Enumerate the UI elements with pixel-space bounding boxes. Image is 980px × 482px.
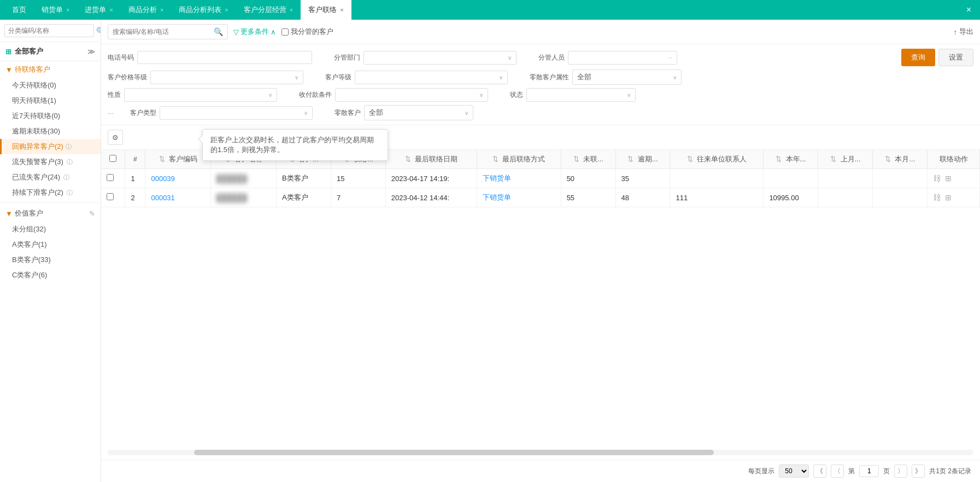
contact-method-link[interactable]: 下销货单 [483, 193, 511, 201]
dept-select[interactable]: ∨ [363, 51, 517, 65]
phone-input[interactable] [137, 51, 312, 64]
page-number-input[interactable] [859, 465, 879, 477]
row-last-contact-method[interactable]: 下销货单 [477, 188, 561, 207]
th-last-contact-method[interactable]: ⇅ 最后联络方式 [477, 150, 561, 169]
close-icon[interactable]: × [109, 7, 113, 13]
filter-phone: 电话号码 [108, 51, 312, 64]
chevron-down-icon: ∨ [479, 92, 483, 98]
nav-product-analysis[interactable]: 商品分析 × [121, 0, 171, 20]
export-button[interactable]: ↑ 导出 [954, 27, 974, 37]
gender-select[interactable]: ∨ [124, 88, 277, 102]
retail-select[interactable]: 全部 ∨ [364, 105, 473, 120]
th-last-month[interactable]: ⇅ 上月... [818, 150, 873, 169]
more-conditions-button[interactable]: ▽ 更多条件 ∧ [233, 27, 276, 37]
row-uncontact: 50 [561, 169, 615, 188]
sidebar-item-lost[interactable]: 已流失客户(24) ⓘ [0, 170, 101, 185]
sidebar-item-declining[interactable]: 持续下滑客户(2) ⓘ [0, 185, 101, 200]
customer-level-select[interactable]: ∨ [355, 71, 508, 84]
close-icon[interactable]: × [66, 7, 69, 13]
close-icon[interactable]: × [290, 7, 293, 13]
row-name[interactable]: ██████ [211, 169, 277, 188]
th-actions: 联络动作 [928, 150, 980, 169]
sidebar-item-class-a[interactable]: A类客户(1) [0, 237, 101, 252]
nav-customer-contact[interactable]: 客户联络 × [301, 0, 351, 20]
settings-button[interactable]: 设置 [938, 49, 973, 66]
nav-product-analysis-list[interactable]: 商品分析列表 × [171, 0, 236, 20]
edit-icon[interactable]: ✎ [89, 210, 95, 218]
search-icon[interactable]: 🔍 [214, 27, 223, 36]
prev-page-button[interactable]: 〈 [831, 464, 844, 478]
sidebar-value-section[interactable]: ▼ 价值客户 ✎ [0, 205, 101, 222]
table-settings-button[interactable]: ⚙ [108, 130, 123, 145]
row-code[interactable]: 000031 [145, 188, 211, 207]
search-input-container[interactable]: 🔍 [108, 24, 228, 39]
row-checkbox[interactable] [101, 188, 125, 207]
sidebar-search-icon[interactable]: 🔍 [96, 27, 101, 35]
sidebar-item-class-c[interactable]: C类客户(6) [0, 268, 101, 283]
retail-label: 零散客户 [335, 108, 361, 118]
select-all-checkbox[interactable] [109, 155, 116, 162]
close-icon[interactable]: × [225, 7, 228, 13]
row-select-checkbox[interactable] [107, 193, 114, 200]
page-size-select[interactable]: 50 100 200 [779, 464, 809, 478]
sort-icon: ⇅ [776, 155, 782, 163]
close-icon[interactable]: × [340, 7, 343, 13]
nav-home[interactable]: 首页 [4, 0, 34, 20]
sidebar-item-today[interactable]: 今天待联络(0) [0, 78, 101, 93]
query-button[interactable]: 查询 [901, 49, 935, 66]
th-overdue[interactable]: ⇅ 逾期... [615, 150, 670, 169]
my-customer-checkbox-container[interactable]: 我分管的客户 [281, 27, 333, 37]
customer-code-link[interactable]: 000039 [151, 175, 174, 183]
nav-purchase-order[interactable]: 进货单 × [77, 0, 120, 20]
sidebar-all-customers-header[interactable]: ⊞ 全部客户 ≫ [0, 42, 101, 61]
link-action-icon[interactable]: ⛓ [933, 174, 941, 183]
grid-action-icon[interactable]: ⊞ [945, 193, 952, 202]
nav-sales-order[interactable]: 销货单 × [34, 0, 77, 20]
sidebar-item-loss-warning[interactable]: 流失预警客户(3) ⓘ [0, 154, 101, 170]
sidebar-search-input[interactable] [4, 24, 94, 37]
customer-type-select[interactable]: ∨ [160, 106, 313, 120]
filter-row-4: ··· 客户类型 ∨ 零散客户 全部 ∨ [108, 105, 973, 120]
person-select[interactable]: ··· [568, 51, 677, 65]
last-page-button[interactable]: 》 [912, 464, 925, 478]
sidebar-item-repurchase-abnormal[interactable]: 回购异常客户(2) ⓘ [0, 139, 101, 154]
price-level-select[interactable]: ∨ [150, 71, 303, 84]
close-icon[interactable]: × [160, 7, 163, 13]
th-year-amount[interactable]: ⇅ 本年... [764, 150, 818, 169]
th-last-contact-date[interactable]: ⇅ 最后联络日期 [385, 150, 477, 169]
nav-customer-layered[interactable]: 客户分层经营 × [236, 0, 301, 20]
row-name[interactable]: ██████ [211, 188, 277, 207]
sidebar-item-tomorrow[interactable]: 明天待联络(1) [0, 93, 101, 108]
sidebar-item-7days[interactable]: 近7天待联络(0) [0, 108, 101, 124]
my-customer-checkbox[interactable] [281, 28, 289, 36]
horizontal-scrollbar[interactable] [108, 450, 973, 455]
row-code[interactable]: 000039 [145, 169, 211, 188]
row-select-checkbox[interactable] [107, 174, 114, 181]
contact-method-link[interactable]: 下销货单 [483, 174, 511, 182]
sidebar-item-overdue[interactable]: 逾期未联络(30) [0, 124, 101, 139]
sidebar-pending-section[interactable]: ▼ 待联络客户 [0, 61, 101, 78]
th-uncontact[interactable]: ⇅ 未联... [561, 150, 615, 169]
keyword-input[interactable] [113, 28, 214, 36]
th-code[interactable]: ⇅ 客户编码 [145, 150, 211, 169]
sidebar-item-ungroup[interactable]: 未分组(32) [0, 222, 101, 237]
next-page-button[interactable]: 〉 [894, 464, 907, 478]
retail-attr-select[interactable]: 全部 ∨ [572, 69, 682, 85]
grid-action-icon[interactable]: ⊞ [945, 174, 952, 183]
filter-customer-type: 客户类型 ∨ [130, 106, 313, 120]
sidebar-item-class-b[interactable]: B类客户(33) [0, 252, 101, 268]
payment-select[interactable]: ∨ [335, 88, 488, 102]
customer-code-link[interactable]: 000031 [151, 194, 174, 202]
row-checkbox[interactable] [101, 169, 125, 188]
th-this-month[interactable]: ⇅ 本月... [873, 150, 928, 169]
th-contacts[interactable]: ⇅ 往来单位联系人 [670, 150, 764, 169]
more-dots[interactable]: ··· [108, 109, 114, 117]
first-page-button[interactable]: 《 [813, 464, 826, 478]
filter-row-1: 电话号码 分管部门 ∨ 分管人员 ··· [108, 49, 973, 66]
row-last-contact-method[interactable]: 下销货单 [477, 169, 561, 188]
scrollbar-thumb[interactable] [194, 450, 713, 455]
status-select[interactable]: ∨ [526, 88, 636, 102]
collapse-icon[interactable]: ≫ [87, 48, 95, 56]
link-action-icon[interactable]: ⛓ [933, 193, 941, 202]
window-close-button[interactable]: × [962, 5, 976, 15]
